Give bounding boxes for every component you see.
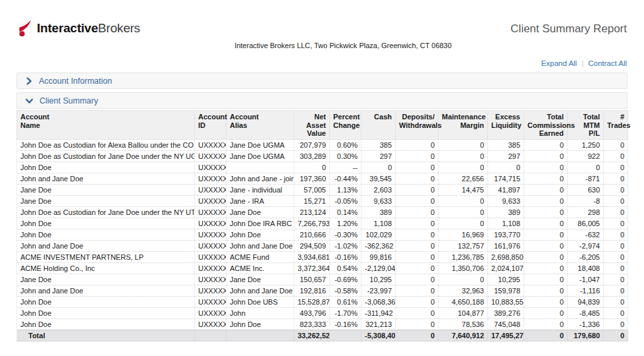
total-row: Total33,262,522-5,308,40307,640,91217,49… [17, 330, 628, 341]
cell-deposits-withdrawals: 0 [396, 218, 439, 229]
cell-deposits-withdrawals: 0 [396, 251, 439, 262]
cell-num-trades: 0 [604, 218, 628, 229]
cell-total-mtm-pl: -8,485 [568, 307, 604, 318]
cell-num-trades: 0 [604, 195, 628, 206]
cell-num-trades: 0 [604, 150, 628, 162]
cell-excess-liquidity: 297 [488, 150, 524, 162]
cell-maintenance-margin: 0 [439, 274, 488, 285]
table-row: John DoeUXXXXXXJohn Doe210,666-0.30%102,… [17, 229, 628, 240]
cell-total-mtm-pl: 86,005 [568, 218, 604, 229]
col-header-excess-liquidity: Excess Liquidity [488, 111, 524, 140]
cell-percent-change: 0.14% [330, 206, 362, 218]
cell-num-trades: 0 [604, 251, 628, 262]
cell-maintenance-margin: 132,757 [439, 240, 488, 251]
cell-deposits-withdrawals: 0 [396, 318, 439, 330]
cell-maintenance-margin: 104,877 [439, 307, 488, 318]
cell-net-asset-value: 210,666 [294, 229, 330, 240]
page-title: Client Summary Report [510, 22, 627, 36]
cell-account-id: UXXXXXX [195, 296, 227, 307]
total-label-cell: Total [17, 330, 195, 341]
cell-cash: -362,362 [362, 240, 396, 251]
cell-num-trades: 0 [604, 139, 628, 150]
col-header-cash: Cash [362, 111, 396, 140]
cell-excess-liquidity: 9,633 [488, 195, 524, 206]
cell-cash: 2,603 [362, 184, 396, 195]
cell-deposits-withdrawals: 0 [396, 285, 439, 296]
cell-net-asset-value: 3,934,681 [294, 251, 330, 262]
cell-deposits-withdrawals: 0 [396, 240, 439, 251]
cell-account-name: John Doe [17, 296, 195, 307]
cell-total-mtm-pl: -8 [568, 195, 604, 206]
cell-num-trades: 0 [604, 162, 628, 173]
cell-account-name: John Doe [17, 218, 195, 229]
total-cell-total-mtm-pl: 179,680 [568, 330, 604, 341]
cell-excess-liquidity: 2,698,850 [488, 251, 524, 262]
section-account-information[interactable]: Account Information [16, 73, 628, 89]
cell-account-name: ACME INVESTMENT PARTNERS, LP [17, 251, 195, 262]
cell-maintenance-margin: 78,536 [439, 318, 488, 330]
cell-total-mtm-pl: -1,336 [568, 318, 604, 330]
cell-excess-liquidity: 0 [488, 162, 524, 173]
cell-cash: 389 [362, 206, 396, 218]
cell-net-asset-value: 493,796 [294, 307, 330, 318]
table-row: Jane DoeUXXXXXXJane - IRA15,271-0.05%9,6… [17, 195, 628, 206]
cell-account-name: ACME Holding Co., Inc [17, 262, 195, 274]
cell-percent-change: -0.69% [330, 274, 362, 285]
cell-total-mtm-pl: 630 [568, 184, 604, 195]
cell-account-id: UXXXXXX [195, 251, 227, 262]
total-cell-account-id [195, 330, 227, 341]
cell-net-asset-value: 0 [294, 162, 330, 173]
section-client-summary-label: Client Summary [40, 96, 98, 105]
cell-total-mtm-pl: 298 [568, 206, 604, 218]
cell-account-id: UXXXXXX [195, 285, 227, 296]
col-header-account-alias: Account Alias [227, 111, 294, 140]
cell-account-id: UXXXXXX [195, 307, 227, 318]
cell-account-alias: John and Jane Doe [227, 285, 294, 296]
table-row: John and Jane DoeUXXXXXXJohn and Jane Do… [17, 240, 628, 251]
cell-cash: -23,997 [362, 285, 396, 296]
cell-account-id: UXXXXXX [195, 162, 227, 173]
cell-deposits-withdrawals: 0 [396, 307, 439, 318]
expand-contract-toolbar: Expand All|Contract All [0, 59, 644, 67]
cell-account-alias: Jane Doe [227, 206, 294, 218]
cell-total-commissions-earned: 0 [524, 195, 568, 206]
cell-account-name: Jane Doe [17, 274, 195, 285]
contract-all-link[interactable]: Contract All [588, 59, 627, 67]
cell-account-id: UXXXXXX [195, 139, 227, 150]
cell-net-asset-value: 303,289 [294, 150, 330, 162]
cell-net-asset-value: 7,266,793 [294, 218, 330, 229]
cell-maintenance-margin: 4,650,188 [439, 296, 488, 307]
cell-total-commissions-earned: 0 [524, 184, 568, 195]
cell-account-id: UXXXXXX [195, 240, 227, 251]
cell-percent-change: 0.54% [330, 262, 362, 274]
cell-total-mtm-pl: -2,974 [568, 240, 604, 251]
cell-percent-change: -0.05% [330, 195, 362, 206]
cell-account-alias: John [227, 307, 294, 318]
cell-account-id: UXXXXXX [195, 206, 227, 218]
cell-total-mtm-pl: 18,408 [568, 262, 604, 274]
section-client-summary[interactable]: Client Summary [16, 92, 628, 109]
cell-account-id: UXXXXXX [195, 150, 227, 162]
cell-account-name: John and Jane Doe [17, 240, 195, 251]
col-header-deposits-withdrawals: Deposits/ Withdrawals [396, 111, 439, 140]
cell-maintenance-margin: 0 [439, 150, 488, 162]
expand-all-link[interactable]: Expand All [541, 59, 577, 67]
col-header-num-trades: # Trades [604, 111, 628, 140]
cell-net-asset-value: 823,333 [294, 318, 330, 330]
cell-num-trades: 0 [604, 285, 628, 296]
cell-deposits-withdrawals: 0 [396, 184, 439, 195]
cell-account-alias: John and Jane - joint [227, 173, 294, 184]
total-cell-total-commissions-earned: 0 [524, 330, 568, 341]
cell-excess-liquidity: 10,883,553 [488, 296, 524, 307]
cell-total-commissions-earned: 0 [524, 229, 568, 240]
cell-num-trades: 0 [604, 307, 628, 318]
cell-account-id: UXXXXXX [195, 274, 227, 285]
cell-num-trades: 0 [604, 240, 628, 251]
page-header: InteractiveBrokers Client Summary Report [0, 0, 644, 37]
cell-excess-liquidity: 2,024,107 [488, 262, 524, 274]
col-header-account-name: Account Name [17, 111, 195, 140]
client-summary-table: Account NameAccount IDAccount AliasNet A… [16, 110, 628, 341]
cell-account-name: John Doe [17, 162, 195, 173]
cell-account-id: UXXXXXX [195, 195, 227, 206]
cell-num-trades: 0 [604, 173, 628, 184]
